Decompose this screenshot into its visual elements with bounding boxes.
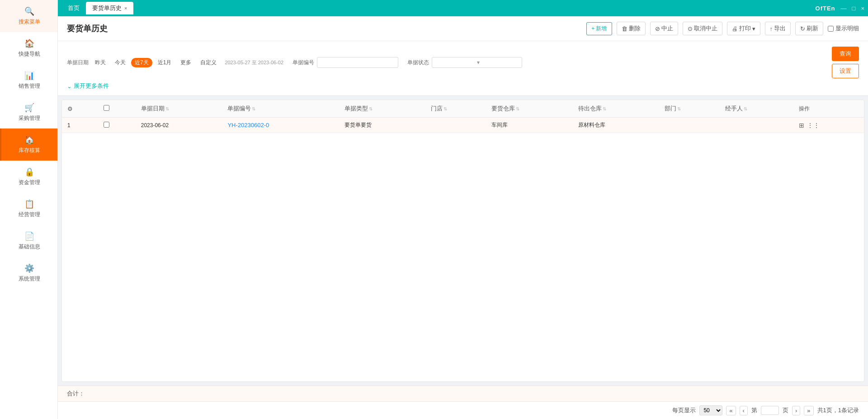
sort-date-icon[interactable]: ⇅ xyxy=(165,106,169,111)
page-actions: + 新增 🗑 删除 ⊘ 中止 ⊙ 取消中止 🖨 打印 ▾ xyxy=(586,22,859,35)
prev-page-button[interactable]: ‹ xyxy=(740,406,748,415)
sales-icon: 📊 xyxy=(24,71,34,81)
sort-req-icon[interactable]: ⇅ xyxy=(516,106,519,111)
col-doc-date: 单据日期⇅ xyxy=(136,100,222,118)
display-detail-checkbox[interactable] xyxy=(828,26,834,32)
main-area: 首页 要货单历史 × OfTEn — □ × 要货单历史 + 新增 🗑 删除 xyxy=(58,0,868,419)
sidebar-item-quick-nav[interactable]: 🏠 快捷导航 xyxy=(0,32,57,64)
summary-label: 合计： xyxy=(67,390,85,398)
col-department: 部门⇅ xyxy=(659,100,720,118)
sidebar-item-label: 快捷导航 xyxy=(19,50,40,58)
brand-label: OfTEn xyxy=(816,5,835,12)
col-settings[interactable]: ⚙ xyxy=(62,100,98,118)
sidebar-item-search[interactable]: 🔍 搜索菜单 xyxy=(0,0,57,32)
row-select-checkbox[interactable] xyxy=(104,122,109,128)
print-icon: 🖨 xyxy=(732,25,738,32)
sidebar-item-label: 系统管理 xyxy=(19,275,40,283)
filter-row: 单据日期 昨天 今天 近7天 近1月 更多 自定义 2023-05-27 至 2… xyxy=(67,47,859,78)
row-doc-no-link[interactable]: YH-20230602-0 xyxy=(227,122,269,129)
sidebar-item-label: 经营管理 xyxy=(19,211,40,219)
print-button[interactable]: 🖨 打印 ▾ xyxy=(727,22,760,35)
stop-button[interactable]: ⊘ 中止 xyxy=(650,22,678,35)
purchase-icon: 🛒 xyxy=(24,103,34,113)
more-action-icon[interactable]: ⋮⋮ xyxy=(807,122,820,129)
sort-handler-icon[interactable]: ⇅ xyxy=(744,106,747,111)
date-label: 单据日期 xyxy=(67,59,89,67)
row-actions: ⊞ ⋮⋮ xyxy=(793,118,864,133)
first-page-button[interactable]: « xyxy=(726,406,736,415)
col-req-warehouse: 要货仓库⇅ xyxy=(486,100,573,118)
delete-button[interactable]: 🗑 删除 xyxy=(617,22,646,35)
filter-doc-no: 单据编号 xyxy=(292,57,398,68)
next-page-button[interactable]: › xyxy=(792,406,800,415)
sidebar-item-purchase[interactable]: 🛒 采购管理 xyxy=(0,96,57,129)
sidebar-item-label: 资金管理 xyxy=(19,179,40,186)
sort-dept-icon[interactable]: ⇅ xyxy=(677,106,681,111)
date-pill-more[interactable]: 更多 xyxy=(177,58,195,67)
export-icon: ↑ xyxy=(770,25,773,32)
sort-no-icon[interactable]: ⇅ xyxy=(252,106,255,111)
col-pending-warehouse: 待出仓库⇅ xyxy=(573,100,660,118)
col-doc-type: 单据类型⇅ xyxy=(339,100,426,118)
sidebar-item-label: 库存核算 xyxy=(19,147,40,154)
status-select[interactable]: ▾ xyxy=(432,57,522,68)
last-page-button[interactable]: » xyxy=(804,406,813,415)
col-handler: 经手人⇅ xyxy=(720,100,793,118)
per-page-select[interactable]: 50 20 100 xyxy=(699,405,722,415)
doc-no-input[interactable] xyxy=(317,57,398,68)
date-pill-7days[interactable]: 近7天 xyxy=(131,58,152,67)
sidebar-item-label: 销售管理 xyxy=(19,82,40,90)
expand-more-button[interactable]: ⌄ 展开更多条件 xyxy=(67,82,859,90)
sort-pending-icon[interactable]: ⇅ xyxy=(603,106,606,111)
refresh-button[interactable]: ↻ 刷新 xyxy=(795,22,823,35)
query-button[interactable]: 查询 xyxy=(832,47,859,61)
row-doc-no: YH-20230602-0 xyxy=(222,118,339,133)
date-range-display: 2023-05-27 至 2023-06-02 xyxy=(225,59,283,66)
sidebar-item-basic-info[interactable]: 📄 基础信息 xyxy=(0,225,57,257)
row-handler xyxy=(720,118,793,133)
sidebar-item-sales[interactable]: 📊 销售管理 xyxy=(0,64,57,96)
table-row: 1 2023-06-02 YH-20230602-0 要货单要货 车间库 原材料… xyxy=(62,118,864,133)
sort-type-icon[interactable]: ⇅ xyxy=(369,106,373,111)
close-button[interactable]: × xyxy=(861,5,864,12)
sidebar-item-inventory[interactable]: 🏠 库存核算 xyxy=(0,129,57,161)
tab-home[interactable]: 首页 xyxy=(61,2,86,14)
sidebar-item-label: 采购管理 xyxy=(19,114,40,122)
page-header: 要货单历史 + 新增 🗑 删除 ⊘ 中止 ⊙ 取消中止 🖨 打印 xyxy=(58,16,868,41)
row-doc-date: 2023-06-02 xyxy=(136,118,222,133)
row-checkbox xyxy=(98,118,135,133)
filter-right-buttons: 查询 设置 xyxy=(832,47,859,78)
date-pill-today[interactable]: 今天 xyxy=(111,58,129,67)
col-doc-no: 单据编号⇅ xyxy=(222,100,339,118)
sidebar-item-finance[interactable]: 🔒 资金管理 xyxy=(0,161,57,193)
select-all-checkbox[interactable] xyxy=(104,105,109,111)
close-tab-icon[interactable]: × xyxy=(124,5,127,11)
cancel-stop-button[interactable]: ⊙ 取消中止 xyxy=(683,22,722,35)
date-pills: 昨天 今天 近7天 近1月 更多 自定义 xyxy=(91,58,220,67)
export-button[interactable]: ↑ 导出 xyxy=(765,22,791,35)
view-action-icon[interactable]: ⊞ xyxy=(799,122,804,129)
refresh-icon: ↻ xyxy=(800,25,805,32)
date-pill-1month[interactable]: 近1月 xyxy=(154,58,175,67)
page-number-input[interactable]: 1 xyxy=(761,406,779,415)
setting-button[interactable]: 设置 xyxy=(832,64,859,78)
sidebar-item-system[interactable]: ⚙️ 系统管理 xyxy=(0,257,57,289)
inventory-icon: 🏠 xyxy=(24,135,34,145)
maximize-button[interactable]: □ xyxy=(852,5,856,12)
expand-more-icon: ⌄ xyxy=(67,83,72,90)
settings-col-icon[interactable]: ⚙ xyxy=(67,105,73,112)
tab-current[interactable]: 要货单历史 × xyxy=(86,2,133,14)
table-footer: 合计： xyxy=(58,386,868,401)
date-pill-yesterday[interactable]: 昨天 xyxy=(91,58,109,67)
add-button[interactable]: + 新增 xyxy=(586,22,612,35)
minimize-button[interactable]: — xyxy=(841,5,847,12)
sort-store-icon[interactable]: ⇅ xyxy=(443,106,447,111)
col-checkbox xyxy=(98,100,135,118)
finance-icon: 🔒 xyxy=(24,167,34,177)
per-page-label: 每页显示 xyxy=(672,406,696,414)
delete-icon: 🗑 xyxy=(622,25,627,32)
basic-info-icon: 📄 xyxy=(24,231,34,241)
col-store: 门店⇅ xyxy=(425,100,486,118)
sidebar-item-operations[interactable]: 📋 经营管理 xyxy=(0,193,57,225)
date-pill-custom[interactable]: 自定义 xyxy=(197,58,220,67)
